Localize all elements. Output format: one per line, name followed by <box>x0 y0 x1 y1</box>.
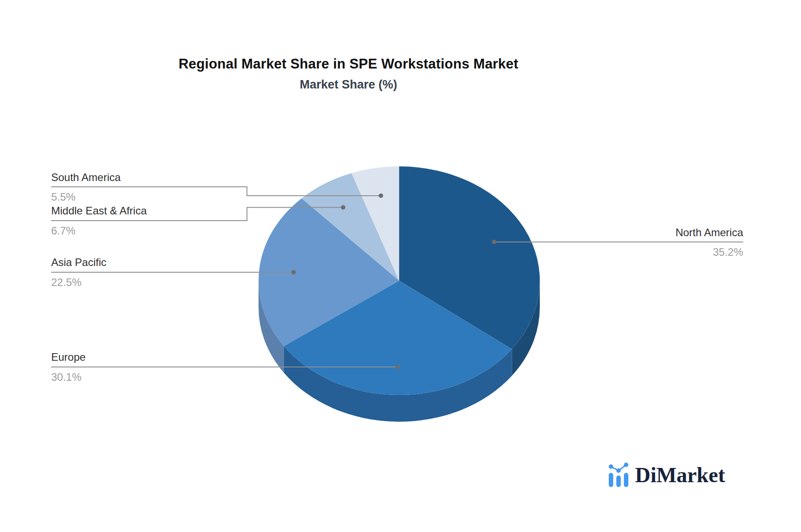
dimarket-logo-icon <box>608 462 629 488</box>
callout-value-south-america: 5.5% <box>51 190 76 204</box>
brand-logo[interactable]: DiMarket <box>608 462 725 488</box>
callout-label-south-america: South America <box>51 171 121 184</box>
callout-label-europe: Europe <box>51 351 85 364</box>
callout-label-asia-pacific: Asia Pacific <box>51 256 106 269</box>
callout-label-middle-east-africa: Middle East & Africa <box>51 204 147 218</box>
callout-value-north-america: 35.2% <box>713 246 743 259</box>
callout-value-europe: 30.1% <box>51 371 81 384</box>
callout-label-north-america: North America <box>676 226 743 239</box>
leader-dot-europe <box>395 365 400 369</box>
leader-dot-middle-east-africa <box>341 205 345 210</box>
leader-dot-south-america <box>379 193 383 198</box>
leader-dot-north-america <box>492 240 496 244</box>
brand-name: DiMarket <box>635 462 725 488</box>
pie-chart-svg <box>0 0 801 532</box>
chart-canvas: Regional Market Share in SPE Workstation… <box>0 0 801 532</box>
callout-value-asia-pacific: 22.5% <box>51 276 81 289</box>
leader-dot-asia-pacific <box>291 270 296 274</box>
callout-value-middle-east-africa: 6.7% <box>51 224 76 238</box>
